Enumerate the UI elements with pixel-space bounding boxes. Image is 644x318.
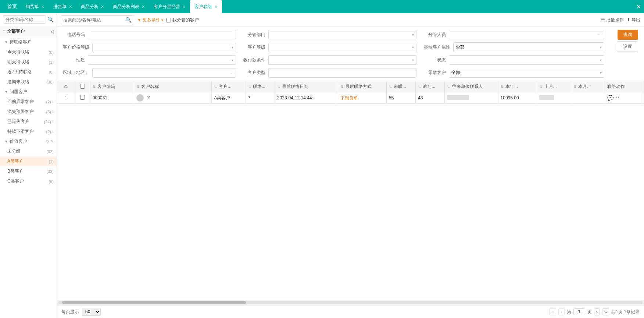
sidebar-group-value[interactable]: ▼ 价值客户 ↻ ✎ <box>0 137 57 146</box>
sidebar-collapse-icon[interactable]: ◁ <box>50 29 54 34</box>
close-tab-customer-tier[interactable]: ✕ <box>182 4 186 9</box>
arrow-down-icon-2: ▼ <box>4 90 8 94</box>
page-number-input[interactable] <box>573 308 585 315</box>
td-not-contacted: 55 <box>386 92 415 104</box>
sidebar-item-churned[interactable]: 已流失客户 (24) ℹ <box>0 117 57 127</box>
prev-page-btn[interactable]: ‹ <box>558 308 564 315</box>
nav-tab-customer-tier[interactable]: 客户分层经营 ✕ <box>149 0 190 13</box>
nav-home[interactable]: 首页 <box>3 0 21 13</box>
filter-input-manager[interactable]: ··· <box>449 30 604 39</box>
nav-tab-sales[interactable]: 销货单 ✕ <box>21 0 49 13</box>
scroll-thumb[interactable] <box>62 301 246 304</box>
sidebar-item-7days[interactable]: 近7天待联络 (0) <box>0 67 57 77</box>
td-name[interactable]: ？ <box>134 92 211 104</box>
per-page-select[interactable]: 50 100 200 <box>82 308 101 316</box>
nav-tab-analysis-list[interactable]: 商品分析列表 ✕ <box>108 0 149 13</box>
first-page-btn[interactable]: « <box>549 308 556 315</box>
filter-label-retail-attr: 零散客户属性 <box>424 44 450 50</box>
my-customer-checkbox-area[interactable]: 我分管的客户 <box>166 17 199 23</box>
filter-input-region[interactable]: ··· <box>92 68 236 78</box>
filter-input-nature[interactable]: ▾ <box>88 55 236 65</box>
contacts-placeholder <box>447 95 469 100</box>
sidebar-group-pending[interactable]: ▼ 待联络客户 <box>0 37 57 47</box>
th-settings[interactable]: ⚙ <box>57 81 75 92</box>
close-tab-analysis-list[interactable]: ✕ <box>142 4 145 9</box>
value-group-refresh-icon[interactable]: ↻ <box>46 139 49 144</box>
filter-input-dept[interactable]: ▾ <box>268 30 416 39</box>
filter-cell-price-level: 客户价格等级 ▾ <box>63 43 243 52</box>
next-page-btn[interactable]: › <box>594 308 600 315</box>
last-page-btn[interactable]: » <box>602 308 609 315</box>
sidebar-search-icon[interactable]: 🔍 <box>47 17 54 22</box>
query-button[interactable]: 查询 <box>618 30 638 40</box>
search-box[interactable]: 🔍 <box>61 15 134 24</box>
sidebar-item-class-b[interactable]: B类客户 (33) <box>0 166 57 176</box>
filter-cell-dept: 分管部门 ▾ <box>243 30 424 39</box>
sidebar-item-class-a[interactable]: A类客户 (1) <box>0 156 57 166</box>
filter-cell-region: 区域（地区） ··· <box>63 68 243 78</box>
nav-tab-customer-contact[interactable]: 客户联络 ✕ <box>190 0 222 13</box>
settings-icon[interactable]: ⚙ <box>64 84 68 89</box>
sidebar-item-unclassified[interactable]: 未分组 (32) <box>0 146 57 156</box>
batch-op-btn[interactable]: ☰ 批量操作 <box>601 17 624 23</box>
per-page-label: 每页显示 <box>61 309 79 315</box>
comment-icon[interactable]: 💬 <box>607 95 613 101</box>
filter-icon: ▼ <box>137 17 142 22</box>
sidebar-dots-icon: ⠿ <box>3 29 6 33</box>
filter-input-retail-attr[interactable]: 全部 ▾ <box>453 42 604 52</box>
value-group-edit-icon[interactable]: ✎ <box>50 139 54 144</box>
close-tab-customer-contact[interactable]: ✕ <box>214 4 218 9</box>
my-customer-checkbox[interactable] <box>166 18 171 22</box>
select-all-checkbox[interactable] <box>80 84 85 89</box>
close-tab-sales[interactable]: ✕ <box>41 4 44 9</box>
th-checkbox[interactable] <box>75 81 90 92</box>
page-end-label: 页 <box>587 309 592 315</box>
dots-more-manager: ··· <box>598 32 602 37</box>
filter-input-phone[interactable] <box>88 30 236 39</box>
qrcode-icon[interactable]: ⠿ <box>616 95 619 101</box>
pagination-right: « ‹ 第 页 › » 共1页 1条记录 <box>549 308 640 315</box>
th-contacts-sort-icon: ⇅ <box>447 85 450 89</box>
filter-input-retail-customer[interactable]: 全部 ▾ <box>449 68 604 78</box>
sidebar-item-class-c[interactable]: C类客户 (6) <box>0 176 57 186</box>
row-checkbox[interactable] <box>80 95 85 100</box>
td-checkbox[interactable] <box>75 92 90 104</box>
th-customer-type: ⇅ 客户... <box>212 81 246 92</box>
table-row: 1 000031 ？ A类客户 7 2023-04-12 14:44: <box>57 92 644 104</box>
more-filter-btn[interactable]: ▼ 更多条件 ▾ <box>137 17 163 23</box>
th-ctype-sort-icon: ⇅ <box>214 85 217 89</box>
filter-input-price-level[interactable]: ▾ <box>92 43 236 52</box>
th-method-sort-icon: ⇅ <box>340 85 343 89</box>
sidebar-group-problem[interactable]: ▼ 问题客户 <box>0 87 57 97</box>
close-tab-purchase[interactable]: ✕ <box>69 4 72 9</box>
sidebar-item-declining[interactable]: 持续下滑客户 (2) ℹ <box>0 127 57 137</box>
sidebar-item-repurchase-abnormal[interactable]: 回购异常客户 (2) ℹ <box>0 97 57 107</box>
sidebar-search-input[interactable] <box>3 15 46 24</box>
sidebar-item-churn-warning[interactable]: 流失预警客户 (3) ℹ <box>0 107 57 117</box>
arrow-down-icon: ▼ <box>4 40 8 44</box>
nav-tab-purchase[interactable]: 进货单 ✕ <box>49 0 76 13</box>
td-last-method[interactable]: 下销货单 <box>338 92 386 104</box>
settings-button[interactable]: 设置 <box>617 41 638 52</box>
nav-tab-analysis[interactable]: 商品分析 ✕ <box>76 0 108 13</box>
main-search-input[interactable] <box>63 17 125 22</box>
sidebar-item-overdue[interactable]: 逾期未联络 (30) <box>0 77 57 87</box>
filter-input-status[interactable]: ▾ <box>449 55 604 65</box>
sidebar-item-today[interactable]: 今天待联络 (0) <box>0 47 57 57</box>
filter-input-customer-level[interactable]: ▾ <box>268 43 416 52</box>
filter-row-3: 性质 ▾ 收付款条件 ▾ 状态 <box>63 55 604 65</box>
info-icon-3: ℹ <box>52 130 54 134</box>
filter-input-payment[interactable]: ▾ <box>268 55 416 65</box>
content-area: 🔍 ▼ 更多条件 ▾ 我分管的客户 ☰ 批量操作 ⬆ 导出 <box>57 13 644 318</box>
th-last-month: ⇅ 上月... <box>537 81 571 92</box>
sidebar-item-tomorrow[interactable]: 明天待联络 (1) <box>0 57 57 67</box>
filter-input-customer-type[interactable] <box>268 68 416 78</box>
close-tab-analysis[interactable]: ✕ <box>101 4 104 9</box>
export-btn[interactable]: ⬆ 导出 <box>627 17 640 23</box>
window-close-icon[interactable]: ✕ <box>636 3 641 10</box>
horizontal-scrollbar[interactable] <box>57 300 644 305</box>
sidebar-all-customers[interactable]: ⠿ 全部客户 ◁ <box>0 26 57 37</box>
main-search-icon[interactable]: 🔍 <box>125 17 132 23</box>
th-year-sort-icon: ⇅ <box>501 85 504 89</box>
page-label: 第 <box>567 309 571 315</box>
